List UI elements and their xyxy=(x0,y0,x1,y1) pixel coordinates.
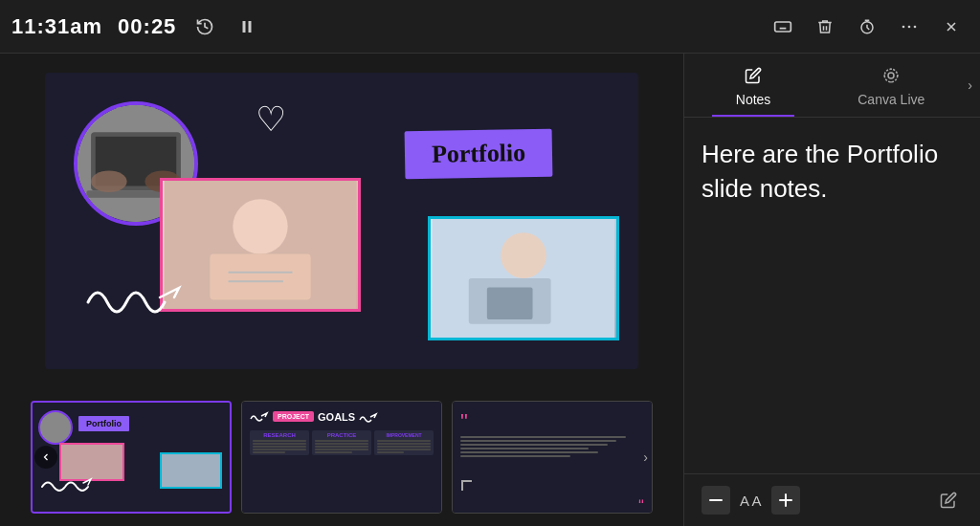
slide-portfolio-title: Portfolio xyxy=(404,128,552,179)
thumbnail-1-content: Portfolio xyxy=(33,403,230,512)
thumb1-wave xyxy=(40,473,93,496)
history-icon[interactable] xyxy=(191,13,218,40)
thumb2-col-research: RESEARCH xyxy=(250,430,309,455)
thumb1-circle xyxy=(38,410,73,445)
increase-font-button[interactable] xyxy=(771,486,800,515)
canva-live-tab-label: Canva Live xyxy=(858,92,924,107)
thumb1-title: Portfolio xyxy=(78,416,129,431)
thumbnail-3[interactable]: " › " xyxy=(452,401,653,514)
notes-tab-icon xyxy=(745,67,762,88)
svg-point-13 xyxy=(91,170,127,192)
thumbnail-nav-left[interactable] xyxy=(34,446,57,469)
thumb3-corner xyxy=(460,479,479,501)
right-panel-header: Notes Canva Live › xyxy=(684,54,980,118)
pause-button[interactable] xyxy=(234,13,260,40)
delete-icon[interactable] xyxy=(808,10,842,44)
thumbnails-row: Portfolio xyxy=(0,387,683,526)
canva-live-tab-icon xyxy=(882,67,900,88)
decrease-font-button[interactable] xyxy=(702,486,730,515)
right-panel-expand-icon[interactable]: › xyxy=(960,77,980,93)
thumb2-doodle-left xyxy=(250,409,269,425)
close-button[interactable] xyxy=(934,10,969,44)
timer-icon[interactable] xyxy=(850,10,884,44)
keyboard-icon[interactable] xyxy=(766,10,800,44)
svg-rect-1 xyxy=(249,21,252,33)
notes-footer: A A xyxy=(684,473,980,526)
slide-cyan-image xyxy=(428,216,619,340)
more-options-icon[interactable] xyxy=(892,10,926,44)
font-size-label: A A xyxy=(740,493,762,509)
thumbnail-2-content: PROJECT GOALS RESEARCH xyxy=(242,402,441,513)
svg-rect-26 xyxy=(709,499,723,501)
font-controls: A A xyxy=(702,486,800,515)
tab-canva-live[interactable]: Canva Live xyxy=(822,54,960,117)
slide-pink-image xyxy=(160,178,361,312)
right-panel: Notes Canva Live › Here are the Portfoli… xyxy=(683,54,980,526)
left-panel: ♡ Portfolio xyxy=(0,54,683,526)
thumb2-col-improvement: IMPROVEMENT xyxy=(374,430,434,455)
thumb3-open-quote: " xyxy=(460,411,644,432)
svg-rect-0 xyxy=(243,21,246,33)
notes-content: Here are the Portfolio slide notes. xyxy=(684,118,980,473)
thumbnail-1[interactable]: Portfolio xyxy=(31,401,232,514)
thumbnail-3-content: " › " xyxy=(453,402,652,513)
edit-notes-button[interactable] xyxy=(934,486,963,515)
svg-rect-28 xyxy=(779,499,792,501)
tab-notes[interactable]: Notes xyxy=(684,54,822,117)
thumb3-text xyxy=(460,436,644,457)
thumbnail-2[interactable]: PROJECT GOALS RESEARCH xyxy=(241,401,442,514)
svg-point-6 xyxy=(914,25,917,28)
svg-point-21 xyxy=(501,232,546,278)
thumb3-nav-right[interactable]: › xyxy=(643,449,648,465)
current-time: 11:31am xyxy=(11,14,102,39)
notes-text: Here are the Portfolio slide notes. xyxy=(702,137,963,207)
main-area: ♡ Portfolio xyxy=(0,54,980,526)
svg-rect-17 xyxy=(210,253,310,299)
svg-point-25 xyxy=(885,69,899,82)
thumb2-title-row: PROJECT GOALS xyxy=(250,409,434,425)
top-bar-right-controls xyxy=(766,10,969,44)
svg-point-24 xyxy=(888,73,894,78)
svg-rect-23 xyxy=(487,287,533,318)
svg-point-16 xyxy=(233,199,287,253)
svg-point-5 xyxy=(908,25,911,28)
slide-preview-container: ♡ Portfolio xyxy=(0,54,683,387)
timer-display: 00:25 xyxy=(118,14,176,39)
svg-point-4 xyxy=(902,25,905,28)
thumb2-col-practice: PRACTICE xyxy=(312,430,371,455)
thumb1-cyan-box xyxy=(160,452,222,489)
top-bar: 11:31am 00:25 xyxy=(0,0,980,54)
heart-doodle: ♡ xyxy=(256,99,286,140)
svg-rect-2 xyxy=(775,22,791,32)
thumb2-project-label: PROJECT xyxy=(273,411,314,422)
notes-tab-label: Notes xyxy=(736,92,771,107)
slide-preview: ♡ Portfolio xyxy=(45,73,638,369)
wave-doodle xyxy=(83,274,189,321)
thumb2-columns: RESEARCH PRACTICE xyxy=(250,430,434,455)
thumb2-goals-label: GOALS xyxy=(318,411,355,423)
thumb3-close-quote: " xyxy=(638,488,644,505)
